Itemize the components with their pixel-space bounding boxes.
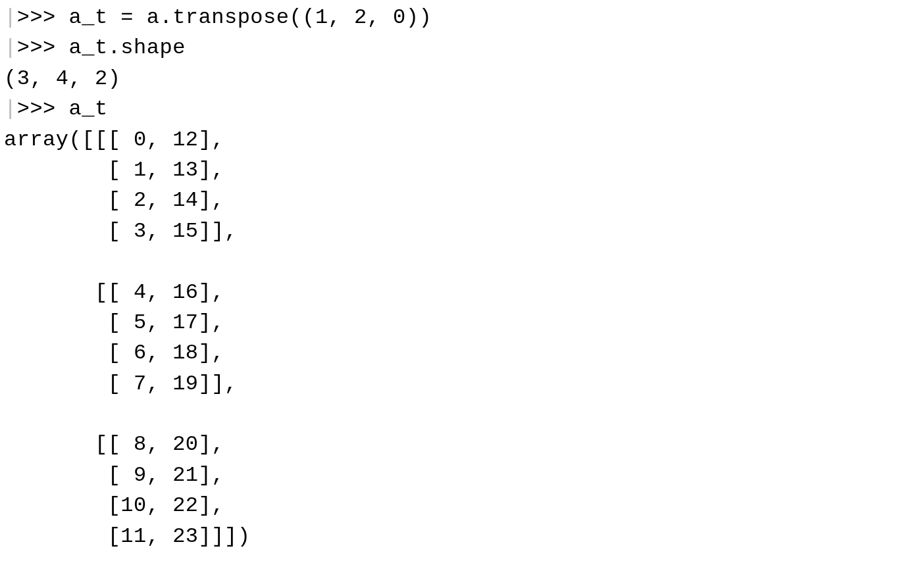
repl-output-array-line: [ 9, 21], (4, 463, 224, 487)
cursor-bar: | (4, 97, 17, 121)
repl-output-array-line: [11, 23]]]) (4, 524, 250, 549)
repl-output-shape: (3, 4, 2) (4, 66, 120, 91)
repl-output-array-line: [ 6, 18], (4, 341, 224, 365)
repl-output-array-line: [10, 22], (4, 493, 224, 518)
repl-output-array-line: array([[[ 0, 12], (4, 128, 224, 152)
repl-output-array-line: [ 7, 19]], (4, 372, 238, 396)
repl-command-transpose: a_t = a.transpose((1, 2, 0)) (69, 5, 432, 30)
repl-command-shape: a_t.shape (69, 36, 186, 60)
cursor-bar: | (4, 5, 17, 30)
cursor-bar: | (4, 36, 17, 60)
repl-prompt: >>> (17, 97, 69, 121)
repl-command-var: a_t (69, 97, 108, 121)
repl-output-array-line: [ 2, 14], (4, 188, 224, 212)
repl-output-array-line: [ 5, 17], (4, 310, 224, 335)
repl-output-array-line: [ 3, 15]], (4, 219, 238, 243)
repl-output-array-line: [[ 8, 20], (4, 432, 224, 456)
python-repl-output: |>>> a_t = a.transpose((1, 2, 0)) |>>> a… (0, 0, 899, 554)
repl-prompt: >>> (17, 5, 69, 30)
repl-prompt: >>> (17, 36, 69, 60)
repl-output-array-line: [[ 4, 16], (4, 280, 224, 305)
repl-output-array-line: [ 1, 13], (4, 158, 224, 182)
